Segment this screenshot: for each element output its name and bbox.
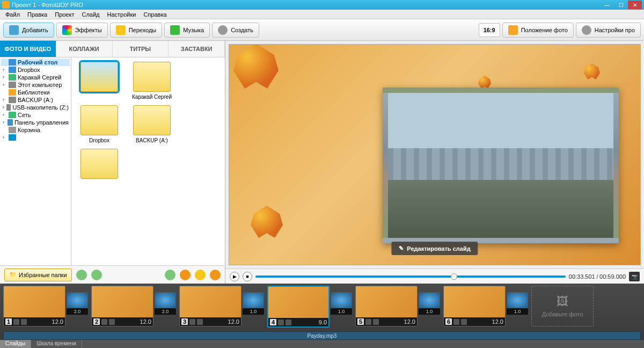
menu-help[interactable]: Справка — [140, 10, 170, 19]
music-button[interactable]: Музыка — [164, 23, 210, 38]
time-display: 00:33.501 / 00:59.000 — [569, 273, 626, 280]
nav-back-icon[interactable] — [76, 270, 87, 280]
city-photo — [388, 93, 613, 238]
slide-card[interactable]: 312.0 — [179, 286, 241, 327]
tree-item[interactable]: +BACKUP (A:) — [1, 96, 70, 104]
edit-icon[interactable] — [189, 319, 195, 325]
maximize-button[interactable]: ☐ — [614, 1, 628, 9]
edit-icon[interactable] — [278, 320, 284, 325]
tree-label: Сеть — [18, 112, 31, 118]
transition-card[interactable]: 2.0 — [67, 292, 88, 315]
tree-label: Dropbox — [18, 67, 40, 73]
home-icon[interactable] — [180, 270, 191, 280]
tree-item[interactable]: +Dropbox — [1, 66, 70, 74]
menu-project[interactable]: Проект — [52, 10, 77, 19]
edit-icon[interactable] — [101, 319, 107, 325]
folder-label: BACKUP (A:) — [136, 137, 168, 143]
sound-icon[interactable] — [286, 320, 291, 325]
transition-card[interactable]: 1.0 — [331, 292, 352, 315]
camera-icon — [9, 25, 19, 35]
sound-icon[interactable] — [373, 319, 379, 325]
slide-card[interactable]: 112.0 — [3, 286, 65, 327]
folder-grid[interactable]: Каракай СергейDropboxBACKUP (A:) — [71, 57, 225, 265]
edit-icon[interactable] — [13, 319, 19, 325]
slide-card[interactable]: 212.0 — [91, 286, 153, 327]
project-settings-button[interactable]: Настройки про — [576, 23, 641, 38]
folder-item[interactable]: Dropbox — [76, 105, 123, 143]
play-button[interactable]: ▶ — [230, 272, 239, 281]
transition-card[interactable]: 1.0 — [507, 292, 528, 315]
tree-label: Библиотеки — [18, 89, 50, 96]
folder-item[interactable]: Каракай Сергей — [128, 62, 175, 100]
slide-card[interactable]: 49.0 — [267, 286, 330, 328]
slide-card[interactable]: 612.0 — [443, 286, 506, 327]
slide-number: 4 — [270, 319, 276, 325]
folder-item[interactable]: BACKUP (A:) — [128, 105, 175, 143]
folder-icon — [9, 134, 16, 141]
tab-titles[interactable]: ТИТРЫ — [113, 41, 169, 57]
sound-icon[interactable] — [461, 319, 467, 325]
tab-photo-video[interactable]: ФОТО И ВИДЕО — [0, 41, 56, 57]
tree-item[interactable]: +Панель управления — [1, 119, 70, 126]
seek-knob[interactable] — [451, 273, 457, 280]
btab-timeline[interactable]: Шкала времени — [31, 340, 82, 348]
slide-duration: 9.0 — [319, 319, 327, 325]
menu-settings[interactable]: Настройки — [104, 10, 140, 19]
tab-intros[interactable]: ЗАСТАВКИ — [169, 41, 225, 57]
transition-card[interactable]: 1.0 — [419, 292, 440, 315]
slide-card[interactable]: 512.0 — [355, 286, 418, 327]
folder-tree[interactable]: Рабочий стол+Dropbox+Каракай Сергей+Этот… — [0, 57, 71, 265]
transition-thumb — [419, 292, 440, 308]
bottom-tabs: Слайды Шкала времени — [0, 340, 644, 348]
folder-open-icon[interactable] — [210, 270, 221, 280]
transitions-button[interactable]: Переходы — [110, 23, 163, 38]
tree-item[interactable]: Корзина — [1, 126, 70, 134]
menu-slide[interactable]: Слайд — [78, 10, 103, 19]
tree-item[interactable]: Рабочий стол — [1, 59, 70, 66]
stop-button[interactable]: ■ — [243, 272, 252, 281]
tree-item[interactable]: +USB-накопитель (Z:) — [1, 104, 70, 111]
audio-track[interactable]: Payday.mp3 — [3, 331, 641, 340]
photo-position-button[interactable]: Положение фото — [502, 23, 574, 38]
menu-edit[interactable]: Правка — [24, 10, 50, 19]
tree-label: Этот компьютер — [18, 82, 62, 88]
nav-fwd-icon[interactable] — [91, 270, 102, 280]
folder-item[interactable] — [76, 149, 123, 181]
edit-icon[interactable] — [453, 319, 459, 325]
edit-icon[interactable] — [365, 319, 371, 325]
snapshot-button[interactable]: 📷 — [629, 272, 640, 281]
aspect-ratio-button[interactable]: 16:9 — [479, 23, 500, 37]
tree-item[interactable]: +Этот компьютер — [1, 81, 70, 89]
sound-icon[interactable] — [21, 319, 27, 325]
leaf-decoration — [478, 76, 491, 89]
create-button[interactable]: Создать — [212, 23, 259, 38]
sound-icon[interactable] — [109, 319, 115, 325]
folder-icon — [9, 59, 16, 66]
gear-icon — [582, 25, 591, 35]
slide-thumbnail — [180, 286, 241, 317]
btab-slides[interactable]: Слайды — [0, 340, 31, 348]
transition-card[interactable]: 1.0 — [243, 292, 264, 315]
tree-item[interactable]: + — [1, 134, 70, 141]
close-button[interactable]: ✕ — [628, 1, 642, 9]
tab-collages[interactable]: КОЛЛАЖИ — [56, 41, 113, 57]
slide-duration: 12.0 — [52, 318, 63, 325]
tree-item[interactable]: +Сеть — [1, 111, 70, 119]
image-icon — [508, 25, 518, 35]
sound-icon[interactable] — [197, 319, 203, 325]
fav-icon[interactable] — [195, 270, 206, 280]
add-button[interactable]: Добавить — [3, 23, 54, 38]
minimize-button[interactable]: — — [600, 1, 614, 9]
favorites-button[interactable]: 📁Избранные папки — [4, 269, 72, 281]
folder-item[interactable] — [76, 62, 123, 100]
menu-file[interactable]: Файл — [2, 10, 23, 19]
edit-slide-button[interactable]: ✎Редактировать слайд — [391, 242, 478, 255]
tree-item[interactable]: Библиотеки — [1, 89, 70, 96]
add-photo-button[interactable]: 🖼Добавьте фото — [531, 286, 594, 327]
seek-bar[interactable] — [255, 276, 566, 278]
effects-button[interactable]: Эффекты — [56, 23, 108, 38]
preview-canvas[interactable]: ✎Редактировать слайд — [229, 44, 641, 265]
down-icon[interactable] — [165, 270, 175, 280]
transition-card[interactable]: 2.0 — [155, 292, 176, 315]
tree-item[interactable]: +Каракай Сергей — [1, 74, 70, 81]
